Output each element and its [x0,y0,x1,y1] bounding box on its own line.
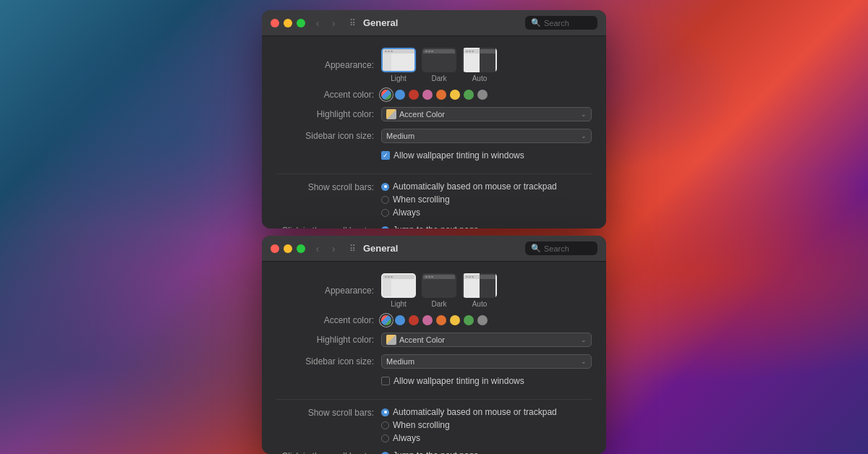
grid-icon-1[interactable]: ⠿ [346,17,359,30]
clickscroll-label-2: Click in the scroll bar to: [276,450,381,454]
back-arrow-2[interactable]: ‹ [311,242,324,255]
sidebar-value-1: Medium [386,132,414,140]
accent-pink-2[interactable] [422,315,433,325]
clickscroll-row-2: Click in the scroll bar to: Jump to the … [276,450,592,454]
accent-label-2: Accent color: [276,315,381,325]
highlight-swatch-2 [386,335,396,345]
auto-label-2: Auto [472,300,488,308]
search-placeholder-1: Search [544,19,569,27]
sidebar-arrow-2: ⌄ [581,358,587,365]
accent-multicolor-1[interactable] [381,90,391,100]
dark-dot-y2 [428,276,430,278]
forward-arrow-1[interactable]: › [327,17,340,30]
appearance-auto-2[interactable]: Auto [462,273,497,308]
accent-pink-1[interactable] [422,90,433,100]
dark-dot-r2 [425,276,427,278]
highlight-label-1: Highlight color: [276,109,381,119]
scrollbars-auto-radio-1[interactable] [381,183,389,191]
auto-titlebar-2 [464,275,495,279]
accent-multicolor-2[interactable] [381,315,391,325]
dark-dot-r1 [425,51,427,53]
window-2: ‹ › ⠿ General 🔍 Search Appearance: [262,236,606,454]
scrollbars-auto-row-2: Automatically based on mouse or trackpad [381,407,592,417]
accent-yellow-2[interactable] [450,315,460,325]
appearance-control-2: Light Dark [381,273,592,308]
sidebar-dropdown-1[interactable]: Medium ⌄ [381,129,592,143]
highlight-dropdown-content-1: Accent Color [386,109,445,119]
dark-sidebar-1 [423,53,432,71]
appearance-light-1[interactable]: Light [381,48,416,82]
appearance-dark-1[interactable]: Dark [422,48,456,82]
close-button-2[interactable] [271,244,279,253]
grid-icon-2[interactable]: ⠿ [346,242,359,255]
highlight-arrow-1: ⌄ [581,111,587,118]
maximize-button-1[interactable] [297,19,305,27]
wallpaper-checkbox-2[interactable] [381,377,390,385]
auto-dot-y2 [469,276,471,278]
clickscroll-next-label-2: Jump to the next page [393,450,479,454]
accent-red-1[interactable] [409,90,419,100]
scrollbars-auto-radio-2[interactable] [381,408,389,416]
maximize-button-2[interactable] [297,244,305,253]
content-1: Appearance: Lig [262,36,606,228]
minimize-button-1[interactable] [284,19,292,27]
clickscroll-next-radio-1[interactable] [381,226,389,229]
highlight-dropdown-2[interactable]: Accent Color ⌄ [381,333,592,347]
auto-dot-y1 [469,51,471,53]
scrollbars-auto-row-1: Automatically based on mouse or trackpad [381,181,592,192]
accent-graphite-2[interactable] [477,315,488,325]
accent-blue-1[interactable] [395,90,405,100]
thumb-dot-g1 [391,51,393,53]
clickscroll-control-2: Jump to the next page Jump to the spot t… [381,450,592,454]
clickscroll-next-radio-2[interactable] [381,452,389,455]
forward-arrow-2[interactable]: › [327,242,340,255]
scrollbars-always-radio-2[interactable] [381,434,389,442]
clickscroll-group-1: Jump to the next page Jump to the spot t… [381,225,592,228]
accent-green-1[interactable] [464,90,474,100]
windows-container: ‹ › ⠿ General 🔍 Search Appearance: [0,0,868,454]
appearance-light-2[interactable]: Light [381,273,416,308]
accent-orange-1[interactable] [436,90,446,100]
thumb-dot-r2 [385,276,387,278]
wallpaper-control-1: ✓ Allow wallpaper tinting in windows [381,150,592,166]
close-button-1[interactable] [271,19,279,27]
accent-red-2[interactable] [409,315,419,325]
highlight-arrow-2: ⌄ [581,336,587,343]
scrollbars-row-1: Show scroll bars: Automatically based on… [276,181,592,218]
wallpaper-checkbox-1[interactable]: ✓ [381,151,390,160]
accent-graphite-1[interactable] [477,90,488,100]
scrollbars-when-radio-1[interactable] [381,196,389,204]
appearance-dark-2[interactable]: Dark [422,273,456,308]
clickscroll-next-row-2: Jump to the next page [381,450,592,454]
highlight-control-2: Accent Color ⌄ [381,333,592,347]
appearance-auto-1[interactable]: Auto [462,48,497,82]
auto-thumb-1 [462,48,497,72]
scrollbars-always-radio-1[interactable] [381,209,389,217]
auto-titlebar-1 [464,49,495,53]
search-bar-1[interactable]: 🔍 Search [525,16,597,30]
back-arrow-1[interactable]: ‹ [311,17,324,30]
dark-thumb-1 [422,48,456,72]
wallpaper-checkbox-row-2: Allow wallpaper tinting in windows [381,376,592,386]
scrollbars-when-row-2: When scrolling [381,420,592,430]
nav-arrows-2: ‹ › [311,242,340,255]
light-label-1: Light [391,74,407,82]
scrollbars-when-radio-2[interactable] [381,421,389,429]
sidebar-dropdown-2[interactable]: Medium ⌄ [381,354,592,369]
accent-yellow-1[interactable] [450,90,460,100]
light-label-2: Light [391,300,407,308]
dark-label-2: Dark [431,300,446,308]
accent-orange-2[interactable] [436,315,446,325]
clickscroll-next-label-1: Jump to the next page [393,225,479,228]
highlight-dropdown-1[interactable]: Accent Color ⌄ [381,107,592,121]
minimize-button-2[interactable] [284,244,292,253]
accent-blue-2[interactable] [395,315,405,325]
dark-dot-g1 [431,51,433,53]
accent-green-2[interactable] [464,315,474,325]
auto-dot-g2 [472,276,474,278]
dark-dot-g2 [431,276,433,278]
auto-thumb-2 [462,273,497,298]
scrollbars-always-label-2: Always [393,433,420,443]
search-bar-2[interactable]: 🔍 Search [525,241,597,255]
sidebar-label-2: Sidebar icon size: [276,356,381,367]
